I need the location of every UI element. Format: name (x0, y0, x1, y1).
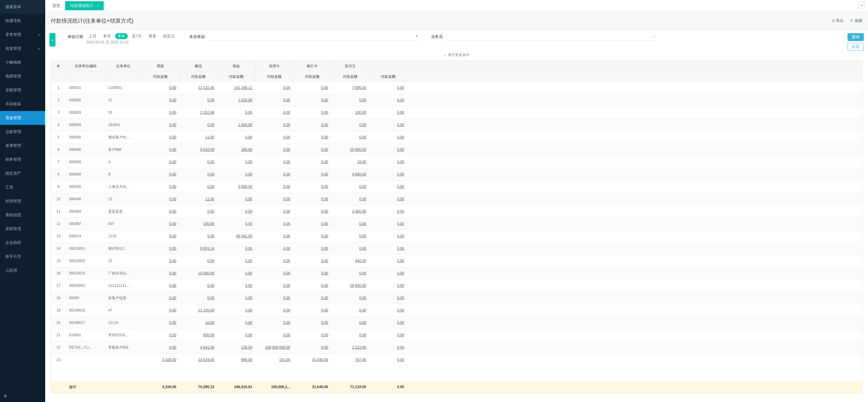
amount-link[interactable]: 787.00 (355, 358, 366, 362)
amount-link[interactable]: 0.00 (245, 308, 252, 312)
amount-link[interactable]: 0.00 (359, 222, 366, 226)
amount-link[interactable]: 0.00 (245, 197, 252, 201)
amount-link[interactable]: 0.00 (283, 259, 290, 263)
table-row[interactable]: 11000064是是是是0.000.000.000.000.002,400.00… (51, 205, 862, 218)
table-row[interactable]: 1800085新客户信息0.000.000.000.000.000.000.00 (51, 292, 862, 304)
expand-filters-button[interactable]: ⌄ 展开更多条件 (45, 51, 868, 61)
amount-link[interactable]: 0.00 (207, 209, 214, 213)
table-row[interactable]: 100000111000010.0012,132.00141,158.110.0… (51, 82, 862, 94)
amount-link[interactable]: 0.00 (397, 110, 404, 115)
table-row[interactable]: 8000009B0.000.000.000.000.004,860.000.00 (51, 168, 862, 181)
amount-link[interactable]: 0.00 (283, 209, 290, 213)
date-chip-5[interactable]: 自定义 (161, 33, 177, 39)
sidebar-item-19[interactable]: 云应用 (0, 264, 45, 278)
amount-link[interactable]: 0.00 (283, 284, 290, 288)
amount-link[interactable]: 0.00 (397, 321, 404, 325)
amount-link[interactable]: 2,152.98 (200, 110, 214, 115)
amount-link[interactable]: 0.00 (245, 259, 252, 263)
table-row[interactable]: 1700030002111111111...0.000.000.000.000.… (51, 280, 862, 292)
amount-link[interactable]: 0.00 (283, 184, 290, 189)
amount-link[interactable]: 0.00 (207, 184, 214, 189)
amount-link[interactable]: 0.00 (397, 259, 404, 263)
table-row[interactable]: 21010001李四代010...0.00600.000.000.000.000… (51, 329, 862, 341)
sidebar-item-14[interactable]: 经营管理 (0, 194, 45, 208)
amount-link[interactable]: 0.00 (245, 321, 252, 325)
date-chip-4[interactable]: 更多 (146, 33, 159, 39)
table-row[interactable]: 1400010001测试单位20.009,603.140.000.000.000… (51, 242, 862, 255)
amount-link[interactable]: 0.00 (321, 123, 328, 127)
sidebar-item-7[interactable]: 库存核算 (0, 97, 45, 111)
sidebar-item-11[interactable]: 税务管理 (0, 152, 45, 167)
amount-link[interactable]: 0.00 (321, 271, 328, 275)
amount-link[interactable]: 0.00 (245, 209, 252, 213)
date-chip-0[interactable]: 上月 (86, 33, 99, 39)
amount-link[interactable]: 440.00 (355, 259, 366, 263)
sidebar-item-3[interactable]: 批发管理▾ (0, 41, 45, 56)
amount-link[interactable]: 0.00 (321, 147, 328, 152)
amount-link[interactable]: 141,158.11 (234, 86, 252, 90)
amount-link[interactable]: 0.00 (321, 234, 328, 238)
amount-link[interactable]: 0.00 (321, 209, 328, 213)
amount-link[interactable]: 0.00 (397, 296, 404, 300)
sidebar-item-15[interactable]: 基础信息 (0, 208, 45, 222)
table-row[interactable]: 9000030上海天天玩...0.000.003,000.000.000.000… (51, 181, 862, 193)
table-row[interactable]: 1600020015广西丰润运...0.0010,000.000.000.000… (51, 267, 862, 280)
amount-link[interactable]: 0.00 (169, 284, 176, 288)
sidebar-item-1[interactable]: 快捷导航 (0, 14, 45, 28)
col-sub-amount[interactable]: 付款金额 (369, 71, 407, 82)
amount-link[interactable]: 0.00 (321, 86, 328, 90)
amount-link[interactable]: 0.00 (321, 333, 328, 337)
amount-link[interactable]: 0.00 (321, 98, 328, 102)
amount-link[interactable]: 0.00 (169, 333, 176, 337)
table-row[interactable]: 233,100.0013,619.00980.00101.0031,040.00… (51, 354, 862, 366)
sidebar-item-16[interactable]: 系统管理 (0, 222, 45, 236)
sidebar-item-2[interactable]: 零售管理▾ (0, 28, 45, 41)
amount-link[interactable]: 0.00 (397, 135, 404, 139)
amount-link[interactable]: 0.00 (283, 98, 290, 102)
sidebar-item-18[interactable]: 新手引导 (0, 250, 45, 264)
chevron-down-icon[interactable]: ▼ (415, 34, 418, 38)
amount-link[interactable]: 0.00 (169, 247, 176, 251)
amount-link[interactable]: 0.00 (169, 259, 176, 263)
amount-link[interactable]: 0.00 (169, 271, 176, 275)
amount-link[interactable]: 0.00 (207, 160, 214, 164)
sidebar-item-9[interactable]: 总账管理 (0, 125, 45, 139)
col-sub-amount[interactable]: 付款金额 (293, 71, 331, 82)
sidebar-item-17[interactable]: 企业协同 (0, 236, 45, 250)
amount-link[interactable]: 13,619.00 (198, 358, 214, 362)
amount-link[interactable]: 0.00 (245, 247, 252, 251)
amount-link[interactable]: 0.00 (359, 308, 366, 312)
more-icon[interactable]: ⋯ (651, 34, 656, 39)
amount-link[interactable]: 0.00 (169, 172, 176, 176)
amount-link[interactable]: 180.00 (241, 147, 252, 152)
amount-link[interactable]: 0.00 (169, 321, 176, 325)
amount-link[interactable]: 0.00 (359, 98, 366, 102)
sidebar-item-5[interactable]: 电商管理 (0, 69, 45, 83)
amount-link[interactable]: 31,040.00 (312, 358, 328, 362)
amount-link[interactable]: 0.00 (397, 333, 404, 337)
table-row[interactable]: 120000670070.00100.000.000.000.000.000.0… (51, 218, 862, 230)
sidebar-item-13[interactable]: 工资 (0, 180, 45, 194)
amount-link[interactable]: 0.00 (321, 135, 328, 139)
amount-link[interactable]: 0.00 (245, 110, 252, 115)
amount-link[interactable]: 7,695.00 (352, 86, 366, 90)
table-row[interactable]: 1500020002230.000.000.000.000.00440.000.… (51, 255, 862, 267)
amount-link[interactable]: 3,100.00 (162, 358, 176, 362)
amount-link[interactable]: 0.00 (397, 123, 404, 127)
amount-link[interactable]: 12,132.00 (198, 86, 214, 90)
amount-link[interactable]: 0.00 (169, 308, 176, 312)
amount-link[interactable]: 0.00 (207, 98, 214, 102)
sidebar-item-10[interactable]: 发票管理 (0, 139, 45, 152)
amount-link[interactable]: 3,000.00 (238, 184, 252, 189)
amount-link[interactable]: 100.00 (203, 222, 214, 226)
amount-link[interactable]: 28,600.00 (350, 284, 366, 288)
amount-link[interactable]: 10,000.00 (198, 271, 214, 275)
amount-link[interactable]: 0.00 (321, 184, 328, 189)
amount-link[interactable]: 0.00 (321, 110, 328, 115)
amount-link[interactable]: 0.00 (359, 271, 366, 275)
amount-link[interactable]: 9,603.14 (200, 247, 214, 251)
amount-link[interactable]: 0.00 (359, 123, 366, 127)
table-row[interactable]: 4000004191B台0.000.001,000.000.000.000.00… (51, 119, 862, 131)
sidebar-item-12[interactable]: 固定资产 (0, 167, 45, 180)
amount-link[interactable]: 0.00 (245, 135, 252, 139)
